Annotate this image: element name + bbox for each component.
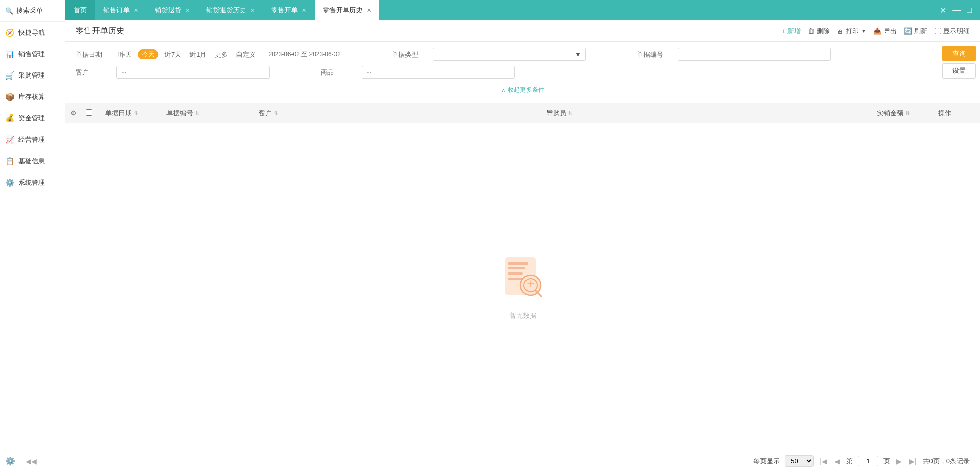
empty-illustration	[492, 252, 554, 303]
tab-retail-open-history[interactable]: 零售开单历史 ✕	[315, 0, 379, 20]
display-detail-label: 显示明细	[943, 27, 970, 36]
tab-sales-return-close[interactable]: ✕	[185, 7, 190, 14]
th-customer-label: 客户	[258, 109, 272, 118]
select-all-checkbox[interactable]	[86, 109, 92, 116]
date-range-display: 2023-06-02 至 2023-06-02	[268, 50, 340, 59]
next-page-btn[interactable]: ▶	[895, 457, 903, 465]
page-unit-label: 页	[883, 457, 890, 466]
empty-state: 暂无数据	[65, 123, 980, 449]
print-dropdown-icon: ▼	[861, 28, 866, 34]
sidebar-search[interactable]: 🔍 搜索采单	[0, 0, 65, 22]
sidebar-item-purchase-mgmt[interactable]: 🛒 采购管理	[0, 65, 65, 86]
close-window-icon[interactable]: ✕	[940, 6, 946, 15]
tab-retail-open-label: 零售开单	[271, 6, 298, 15]
sidebar-item-basic-info[interactable]: 📋 基础信息	[0, 151, 65, 172]
tab-sales-return-history-label: 销货退货历史	[206, 6, 246, 15]
settings-button[interactable]: 设置	[942, 63, 976, 79]
delete-button[interactable]: 🗑 删除	[808, 27, 830, 36]
customer-placeholder: ···	[121, 68, 127, 76]
refresh-label: 刷新	[914, 27, 927, 36]
toolbar: + 新增 🗑 删除 🖨 打印 ▼ 📤 导出 🔄 刷新	[782, 27, 970, 36]
th-date-sort-icon: ⇅	[134, 110, 138, 116]
table-area: ⚙ 单据日期 ⇅ 单据编号 ⇅ 客户 ⇅ 导购员 ⇅	[65, 103, 980, 449]
tab-retail-open-close[interactable]: ✕	[302, 7, 306, 14]
date-opt-today[interactable]: 今天	[138, 49, 158, 59]
query-button[interactable]: 查询	[942, 46, 976, 61]
date-opt-1month[interactable]: 近1月	[187, 49, 208, 60]
sidebar-item-label: 资金管理	[18, 114, 45, 123]
sidebar-item-sales-mgmt[interactable]: 📊 销售管理	[0, 43, 65, 65]
th-customer[interactable]: 客户 ⇅	[254, 109, 542, 118]
search-icon: 🔍	[5, 7, 13, 15]
main-content: 首页 销售订单 ✕ 销货退货 ✕ 销货退货历史 ✕ 零售开单 ✕ 零售开单历史 …	[65, 0, 980, 473]
sidebar-item-quick-nav[interactable]: 🧭 快捷导航	[0, 22, 65, 43]
th-checkbox-all[interactable]	[86, 109, 101, 117]
date-options: 昨天 今天 近7天 近1月 更多 自定义	[116, 49, 258, 60]
tab-sales-order[interactable]: 销售订单 ✕	[95, 0, 147, 20]
th-date[interactable]: 单据日期 ⇅	[101, 109, 162, 118]
delete-label: 删除	[817, 27, 830, 36]
display-detail-input[interactable]	[935, 28, 941, 34]
tab-sales-return[interactable]: 销货退货 ✕	[147, 0, 198, 20]
query-settings-panel: 查询 设置	[938, 46, 980, 79]
prev-page-btn[interactable]: ◀	[833, 457, 841, 465]
tab-home-label: 首页	[74, 6, 87, 15]
display-detail-checkbox[interactable]: 显示明细	[935, 27, 970, 36]
first-page-btn[interactable]: |◀	[819, 457, 828, 465]
settings-bottom-icon[interactable]: ⚙️	[5, 456, 15, 466]
tab-sales-return-history[interactable]: 销货退货历史 ✕	[198, 0, 263, 20]
sidebar-collapse-icon[interactable]: ◀◀	[26, 457, 37, 465]
filter-row-2: 客户 ··· 商品 ···	[76, 66, 970, 79]
th-guide[interactable]: 导购员 ⇅	[542, 109, 593, 118]
date-opt-yesterday[interactable]: 昨天	[116, 49, 134, 60]
th-num[interactable]: 单据编号 ⇅	[162, 109, 254, 118]
maximize-icon[interactable]: □	[967, 6, 972, 15]
th-customer-sort-icon: ⇅	[274, 110, 278, 116]
th-amount[interactable]: 实销金额 ⇅	[873, 109, 934, 118]
add-label: + 新增	[782, 27, 801, 36]
th-guide-label: 导购员	[546, 109, 566, 118]
customer-filter-label: 客户	[76, 68, 106, 77]
inventory-icon: 📦	[5, 92, 14, 102]
date-opt-7days[interactable]: 近7天	[162, 49, 183, 60]
doc-type-select[interactable]: ▼	[433, 48, 586, 61]
goods-filter-label: 商品	[321, 68, 351, 77]
sidebar-item-finance[interactable]: 💰 资金管理	[0, 108, 65, 129]
sys-icon: ⚙️	[5, 178, 14, 187]
tab-retail-open-history-close[interactable]: ✕	[367, 7, 371, 14]
customer-select[interactable]: ···	[116, 66, 270, 79]
sidebar-item-sys-mgmt[interactable]: ⚙️ 系统管理	[0, 172, 65, 193]
tab-sales-return-history-close[interactable]: ✕	[250, 7, 255, 14]
last-page-btn[interactable]: ▶|	[908, 457, 918, 465]
collapse-more-btn[interactable]: ∧ 收起更多条件	[76, 84, 970, 96]
th-amount-sort-icon: ⇅	[905, 110, 910, 116]
add-button[interactable]: + 新增	[782, 27, 801, 36]
table-settings-icon[interactable]: ⚙	[70, 109, 86, 117]
export-button[interactable]: 📤 导出	[873, 27, 897, 36]
refresh-button[interactable]: 🔄 刷新	[904, 27, 927, 36]
date-opt-more[interactable]: 更多	[212, 49, 230, 60]
tab-sales-return-label: 销货退货	[155, 6, 181, 15]
purchase-icon: 🛒	[5, 71, 14, 80]
svg-rect-3	[508, 272, 523, 275]
tab-sales-order-close[interactable]: ✕	[134, 7, 138, 14]
page-number-input[interactable]	[858, 456, 878, 466]
sidebar-item-label: 采购管理	[18, 71, 45, 80]
date-opt-custom[interactable]: 自定义	[234, 49, 258, 60]
minimize-icon[interactable]: —	[952, 6, 961, 15]
tab-home[interactable]: 首页	[65, 0, 95, 20]
tab-retail-open[interactable]: 零售开单 ✕	[263, 0, 315, 20]
print-icon: 🖨	[837, 27, 844, 35]
sidebar-item-operation[interactable]: 📈 经营管理	[0, 129, 65, 151]
tab-sales-order-label: 销售订单	[103, 6, 130, 15]
total-info: 共0页，0条记录	[923, 457, 970, 466]
sidebar-item-inventory[interactable]: 📦 库存核算	[0, 86, 65, 108]
sidebar-item-label: 基础信息	[18, 157, 45, 166]
delete-icon: 🗑	[808, 27, 815, 35]
doc-num-input[interactable]	[678, 48, 831, 61]
top-nav: 首页 销售订单 ✕ 销货退货 ✕ 销货退货历史 ✕ 零售开单 ✕ 零售开单历史 …	[65, 0, 980, 20]
print-button[interactable]: 🖨 打印 ▼	[837, 27, 866, 36]
per-page-label: 每页显示	[753, 457, 780, 466]
goods-select[interactable]: ···	[362, 66, 515, 79]
per-page-select[interactable]: 50 100 200	[785, 455, 814, 467]
